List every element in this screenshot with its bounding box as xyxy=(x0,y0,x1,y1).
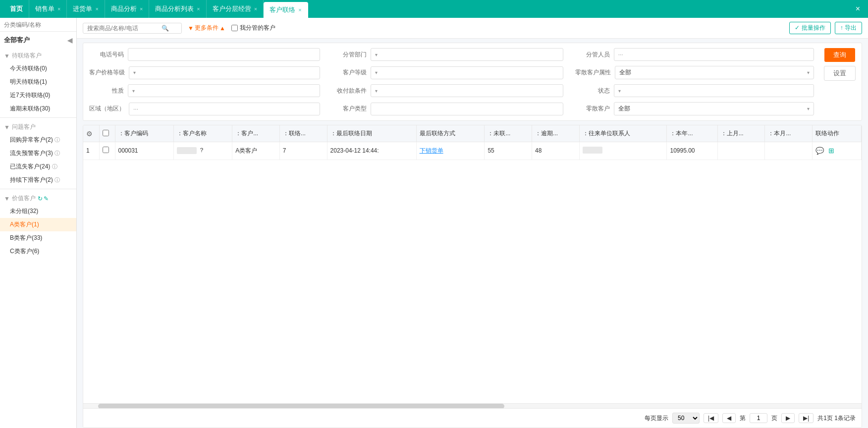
status-arrow-icon: ▾ xyxy=(618,88,621,94)
row-checkbox[interactable] xyxy=(103,147,109,153)
sidebar-section-pending[interactable]: ▼ 待联络客户 xyxy=(0,49,76,62)
sidebar-item-class-b[interactable]: B类客户(33) xyxy=(0,231,76,245)
sidebar-item-today[interactable]: 今天待联络(0) xyxy=(0,62,76,75)
sidebar-item-class-a[interactable]: A类客户(1) xyxy=(0,218,76,231)
my-customers-checkbox[interactable] xyxy=(231,25,238,31)
sidebar-item-declining[interactable]: 持续下滑客户(2) ⓘ xyxy=(0,173,76,187)
main-search-icon[interactable]: 🔍 xyxy=(162,25,169,32)
region-dots-icon: ··· xyxy=(133,106,138,112)
sidebar-item-repurchase-abnormal[interactable]: 回购异常客户(2) ⓘ xyxy=(0,133,76,147)
page-size-select[interactable]: 50 100 200 xyxy=(672,413,700,424)
filter-input-price-level[interactable]: ▾ xyxy=(129,66,320,79)
edit-icon[interactable]: ✎ xyxy=(44,195,49,202)
nav-tab-customer-segment[interactable]: 客户分层经营 × xyxy=(207,0,264,18)
close-tab-analysis-list[interactable]: × xyxy=(197,6,200,12)
select-all-checkbox[interactable] xyxy=(103,130,109,136)
last-page-button[interactable]: ▶| xyxy=(799,413,814,423)
cell-actions: 💬 ⊞ xyxy=(813,142,862,160)
filter-input-dept[interactable]: ▾ xyxy=(371,48,563,61)
cell-this-month xyxy=(765,142,813,160)
action-qr-icon[interactable]: ⊞ xyxy=(828,147,834,155)
filter-input-phone[interactable] xyxy=(128,48,320,61)
export-button[interactable]: ↑ 导出 xyxy=(835,22,862,34)
filter-label-phone: 电话号码 xyxy=(89,51,124,59)
next-page-button[interactable]: ▶ xyxy=(781,413,795,423)
sidebar-item-class-c[interactable]: C类客户(6) xyxy=(0,245,76,258)
col-contact-person: ：往来单位联系人 xyxy=(579,125,667,142)
filter-input-customer-level[interactable]: ▾ xyxy=(371,66,563,79)
table-row: 1 000031 ？ A类客户 xyxy=(83,142,862,160)
name-avatar xyxy=(177,147,197,154)
search-input-wrap: 🔍 xyxy=(83,23,182,34)
filter-cell-customer-type: 客户类型 xyxy=(332,103,575,115)
sidebar-item-ungrouped[interactable]: 未分组(32) xyxy=(0,205,76,218)
nav-tab-home[interactable]: 首页 xyxy=(4,0,29,18)
cell-code: 000031 xyxy=(115,142,173,160)
filter-label-price-level: 客户价格等级 xyxy=(89,68,125,77)
nav-tab-analysis-list[interactable]: 商品分析列表 × xyxy=(149,0,206,18)
cell-last-contact-way: 下销货单 xyxy=(416,142,485,160)
batch-operation-button[interactable]: ✓ 批量操作 xyxy=(789,22,830,34)
cell-contact-person xyxy=(579,142,667,160)
nav-tab-customer-contact[interactable]: 客户联络 × xyxy=(264,2,308,18)
nav-tab-sales[interactable]: 销售单 × xyxy=(29,0,67,18)
filter-input-status[interactable]: ▾ xyxy=(614,84,814,97)
sidebar-item-overdue[interactable]: 逾期未联络(30) xyxy=(0,102,76,115)
sidebar-collapse-icon[interactable]: ◀ xyxy=(67,37,72,44)
main-layout: 🔍 全部客户 ◀ ▼ 待联络客户 今天待联络(0) 明天待联络(1) 近7天待联… xyxy=(0,18,868,428)
filter-input-retail-attr[interactable]: 全部 ▾ xyxy=(615,66,814,79)
filter-cell-payment: 收付款条件 ▾ xyxy=(332,84,575,97)
filter-input-retail-customer[interactable]: 全部 ▾ xyxy=(614,102,814,115)
filter-input-manager[interactable]: ··· xyxy=(614,48,814,61)
retail-customer-arrow-icon: ▾ xyxy=(807,106,810,111)
settings-button[interactable]: 设置 xyxy=(824,66,856,81)
more-conditions-button[interactable]: ▼ 更多条件 ▲ xyxy=(188,24,225,32)
filter-label-manager: 分管人员 xyxy=(575,51,610,59)
sidebar-section-value[interactable]: ▼ 价值客户 ↻ ✎ xyxy=(0,191,76,205)
main-search-input[interactable] xyxy=(87,25,162,32)
contact-way-link[interactable]: 下销货单 xyxy=(420,147,443,154)
prev-page-button[interactable]: ◀ xyxy=(722,413,736,423)
close-tab-customer-contact[interactable]: × xyxy=(298,7,301,13)
filter-input-customer-type[interactable] xyxy=(371,103,563,115)
page-number-input[interactable] xyxy=(750,413,767,423)
sidebar-item-churn-warning[interactable]: 流失预警客户(3) ⓘ xyxy=(0,147,76,160)
horizontal-scrollbar[interactable] xyxy=(83,403,862,408)
filter-cell-dept: 分管部门 ▾ xyxy=(332,48,575,61)
filter-cell-retail-customer: 零散客户 全部 ▾ xyxy=(575,102,818,115)
sidebar-item-churned[interactable]: 已流失客户(24) ⓘ xyxy=(0,160,76,173)
close-tab-customer-segment[interactable]: × xyxy=(254,6,257,12)
cell-this-year: 10995.00 xyxy=(667,142,717,160)
nav-tab-purchase[interactable]: 进货单 × xyxy=(67,0,105,18)
filter-input-payment[interactable]: ▾ xyxy=(371,84,563,97)
table-gear-icon[interactable]: ⚙ xyxy=(86,130,93,138)
sidebar-item-7days[interactable]: 近7天待联络(0) xyxy=(0,89,76,102)
close-window-button[interactable]: × xyxy=(852,2,864,15)
refresh-icon[interactable]: ↻ xyxy=(38,195,43,202)
filter-panel: 电话号码 分管部门 ▾ 分管人员 ··· xyxy=(83,43,862,121)
contact-person-gray xyxy=(583,147,602,154)
search-bar: 🔍 ▼ 更多条件 ▲ 我分管的客户 ✓ 批量操作 ↑ 导出 xyxy=(77,18,868,39)
filter-input-nature[interactable]: ▾ xyxy=(128,84,320,97)
filter-input-region[interactable]: ··· xyxy=(129,103,320,115)
col-this-year: ：本年... xyxy=(667,125,717,142)
sidebar-section-problem[interactable]: ▼ 问题客户 xyxy=(0,120,76,133)
close-tab-sales[interactable]: × xyxy=(57,6,60,12)
filter-row-1: 电话号码 分管部门 ▾ 分管人员 ··· xyxy=(89,48,818,61)
top-nav: 首页 销售单 × 进货单 × 商品分析 × 商品分析列表 × 客户分层经营 × … xyxy=(0,0,868,18)
nav-tab-analysis[interactable]: 商品分析 × xyxy=(105,0,149,18)
close-tab-analysis[interactable]: × xyxy=(140,6,143,12)
close-tab-purchase[interactable]: × xyxy=(95,6,98,12)
action-chat-icon[interactable]: 💬 xyxy=(815,147,824,155)
search-button[interactable]: 查询 xyxy=(824,48,855,62)
sidebar-all-customers[interactable]: 全部客户 ◀ xyxy=(0,32,76,49)
sidebar-item-tomorrow[interactable]: 明天待联络(1) xyxy=(0,75,76,89)
sidebar-search-input[interactable] xyxy=(4,21,77,28)
sidebar: 🔍 全部客户 ◀ ▼ 待联络客户 今天待联络(0) 明天待联络(1) 近7天待联… xyxy=(0,18,77,428)
filter-label-retail-customer: 零散客户 xyxy=(575,105,610,113)
table-wrapper[interactable]: ⚙ ：客户编码 ：客户名称 ： xyxy=(83,125,862,403)
first-page-button[interactable]: |◀ xyxy=(704,413,718,423)
filter-label-dept: 分管部门 xyxy=(332,51,367,59)
my-customers-checkbox-wrap: 我分管的客户 xyxy=(231,24,275,32)
arrow-icon-3: ▼ xyxy=(4,195,10,202)
